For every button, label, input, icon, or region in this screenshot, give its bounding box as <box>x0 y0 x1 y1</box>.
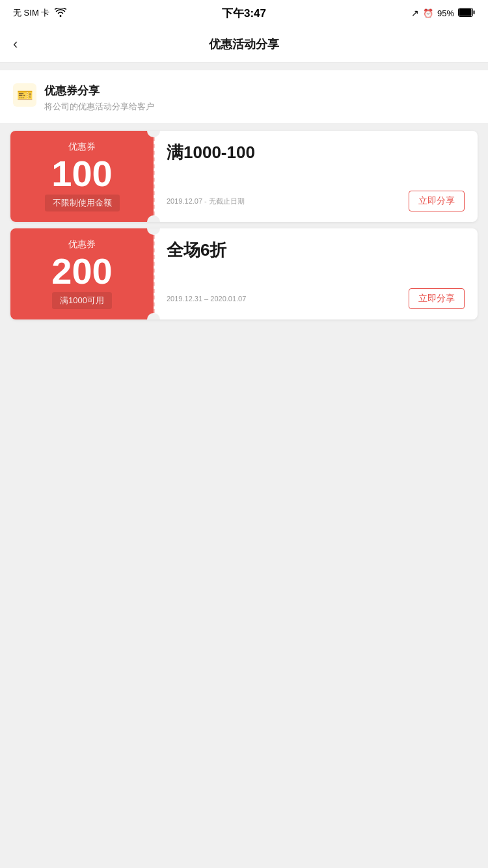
coupon-card: 优惠券 100 不限制使用金额 满1000-100 2019.12.07 - 无… <box>10 131 478 222</box>
nav-title: 优惠活动分享 <box>209 36 279 52</box>
empty-area <box>0 327 488 692</box>
coupon-bottom-row: 2019.12.31 – 2020.01.07 立即分享 <box>167 288 465 309</box>
coupon-divider <box>154 235 155 313</box>
coupon-right: 满1000-100 2019.12.07 - 无截止日期 立即分享 <box>154 131 478 222</box>
coupon-divider <box>154 137 155 215</box>
coupon-right: 全场6折 2019.12.31 – 2020.01.07 立即分享 <box>154 228 478 319</box>
nav-bar: ‹ 优惠活动分享 <box>0 26 488 62</box>
wifi-icon <box>55 8 66 19</box>
status-right: ↗ ⏰ 95% <box>411 8 475 19</box>
status-time: 下午3:47 <box>222 6 266 21</box>
coupon-condition: 不限制使用金额 <box>45 195 120 211</box>
coupon-list: 优惠券 100 不限制使用金额 满1000-100 2019.12.07 - 无… <box>0 123 488 327</box>
back-button[interactable]: ‹ <box>13 36 18 53</box>
coupon-bottom-row: 2019.12.07 - 无截止日期 立即分享 <box>167 191 465 211</box>
battery-percentage: 95% <box>437 8 454 18</box>
section-header: 🎫 优惠券分享 将公司的优惠活动分享给客户 <box>0 70 488 123</box>
coupon-amount: 200 <box>51 253 112 290</box>
coupon-date: 2019.12.31 – 2020.01.07 <box>167 295 403 303</box>
coupon-left: 优惠券 200 满1000可用 <box>10 228 154 319</box>
coupon-condition: 满1000可用 <box>52 292 112 309</box>
coupon-name: 满1000-100 <box>167 141 465 164</box>
coupon-card: 优惠券 200 满1000可用 全场6折 2019.12.31 – 2020.0… <box>10 228 478 319</box>
share-button[interactable]: 立即分享 <box>409 288 465 309</box>
svg-rect-1 <box>459 8 472 16</box>
coupon-type-label: 优惠券 <box>68 239 96 251</box>
carrier-label: 无 SIM 卡 <box>13 7 49 19</box>
coupon-type-label: 优惠券 <box>68 141 96 153</box>
section-text-group: 优惠券分享 将公司的优惠活动分享给客户 <box>44 83 154 113</box>
battery-icon <box>458 8 475 19</box>
coupon-name: 全场6折 <box>167 239 465 262</box>
section-icon: 🎫 <box>13 83 36 107</box>
alarm-icon: ⏰ <box>423 8 433 18</box>
share-button[interactable]: 立即分享 <box>409 191 465 211</box>
location-icon: ↗ <box>411 8 419 18</box>
status-left: 无 SIM 卡 <box>13 7 66 19</box>
section-subtitle: 将公司的优惠活动分享给客户 <box>44 101 154 113</box>
coupon-left: 优惠券 100 不限制使用金额 <box>10 131 154 222</box>
status-bar: 无 SIM 卡 下午3:47 ↗ ⏰ 95% <box>0 0 488 26</box>
coupon-amount: 100 <box>51 156 112 192</box>
section-title: 优惠券分享 <box>44 83 154 98</box>
coupon-date: 2019.12.07 - 无截止日期 <box>167 197 403 206</box>
svg-rect-2 <box>474 10 475 14</box>
